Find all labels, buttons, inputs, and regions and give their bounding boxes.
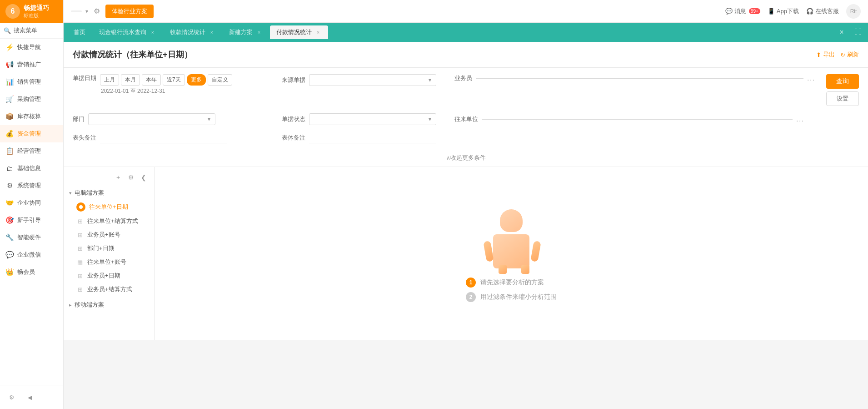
- sidebar-item-quick-nav[interactable]: ⚡ 快捷导航: [0, 39, 63, 56]
- robot-illustration: [475, 205, 548, 268]
- sidebar-item-member[interactable]: 👑 畅会员: [0, 263, 63, 281]
- scheme-item-agent-date[interactable]: ⊞ 业务员+日期: [64, 269, 154, 283]
- panel-settings-btn[interactable]: ⚙: [126, 172, 136, 182]
- doc-status-dropdown-icon: ▾: [429, 116, 431, 122]
- tab-new-scheme[interactable]: 新建方案 ×: [223, 25, 269, 39]
- scheme-item-agent-account[interactable]: ⊞ 业务员+账号: [64, 228, 154, 242]
- service-icon: 🎧: [806, 8, 813, 15]
- agent-input-area[interactable]: [476, 78, 803, 79]
- sidebar-item-smart-hw[interactable]: 🔧 智能硬件: [0, 229, 63, 246]
- enterprise-icon: 🤝: [5, 199, 14, 207]
- empty-hints: 1 请先选择要分析的方案 2 用过滤条件来缩小分析范围: [466, 278, 557, 302]
- trial-btn[interactable]: 体验行业方案: [105, 5, 154, 18]
- desktop-group-header[interactable]: ▾ 电脑端方案: [64, 186, 154, 200]
- topbar-gear-icon[interactable]: ⚙: [94, 7, 100, 15]
- partner-input-area[interactable]: [482, 119, 793, 120]
- sidebar-item-corp-wechat[interactable]: 💬 企业微信: [0, 246, 63, 263]
- sidebar-item-enterprise[interactable]: 🤝 企业协同: [0, 194, 63, 212]
- head-note-input[interactable]: [100, 132, 227, 143]
- source-select[interactable]: ▾: [309, 74, 436, 86]
- sidebar-item-label: 新手引导: [17, 216, 41, 224]
- head-note-label: 表头备注: [73, 134, 96, 142]
- date-btn-this-month[interactable]: 本月: [121, 74, 140, 86]
- sidebar-item-purchase[interactable]: 🛒 采购管理: [0, 91, 63, 108]
- refresh-btn[interactable]: ↻ 刷新: [840, 50, 859, 59]
- date-btn-last-month[interactable]: 上月: [100, 74, 119, 86]
- sidebar-item-inventory[interactable]: 📦 库存核算: [0, 108, 63, 125]
- scheme-item-partner-settle[interactable]: ⊞ 往来单位+结算方式: [64, 214, 154, 228]
- desktop-scheme-group: ▾ 电脑端方案 往来单位+日期 ⊞: [64, 186, 154, 296]
- partner-filter-block: 往来单位 ...: [454, 115, 804, 123]
- dept-select[interactable]: ▾: [88, 113, 215, 125]
- tab-new-scheme-close[interactable]: ×: [255, 29, 263, 36]
- body-note-input[interactable]: [309, 132, 436, 143]
- user-avatar[interactable]: Rit: [846, 4, 861, 19]
- empty-state-area: 1 请先选择要分析的方案 2 用过滤条件来缩小分析范围: [155, 167, 868, 340]
- customer-service-btn[interactable]: 🎧 在线客服: [806, 7, 839, 15]
- scheme-bar-icon: ▦: [76, 258, 84, 266]
- sidebar-item-system[interactable]: ⚙ 系统管理: [0, 177, 63, 194]
- tab-payment-stats-close[interactable]: ×: [208, 29, 215, 36]
- date-btn-7days[interactable]: 近7天: [163, 74, 185, 86]
- agent-dots-btn[interactable]: ...: [807, 75, 815, 82]
- tab-window-close-btn[interactable]: ×: [835, 26, 848, 39]
- partner-dots-btn[interactable]: ...: [796, 116, 804, 123]
- tab-bank-flow-close[interactable]: ×: [149, 29, 156, 36]
- sidebar-item-marketing[interactable]: 📢 营销推广: [0, 56, 63, 73]
- search-menu[interactable]: 🔍 搜索菜单: [0, 23, 63, 39]
- page-title: 付款情况统计（往来单位+日期）: [73, 49, 192, 60]
- date-btn-custom[interactable]: 自定义: [208, 74, 232, 86]
- panel-collapse-btn[interactable]: ❮: [139, 172, 149, 182]
- sidebar-item-operation[interactable]: 📋 经营管理: [0, 142, 63, 160]
- tab-window-max-btn[interactable]: ⛶: [852, 26, 864, 39]
- member-icon: 👑: [5, 268, 14, 276]
- doc-status-label: 单据状态: [282, 115, 305, 123]
- scheme-item-agent-settle[interactable]: ⊞ 业务员+结算方式: [64, 283, 154, 296]
- panel-add-btn[interactable]: +: [113, 172, 123, 182]
- hint-num-1: 1: [466, 278, 476, 288]
- mobile-group-label: 移动端方案: [75, 301, 104, 309]
- smart-hw-icon: 🔧: [5, 233, 14, 242]
- tab-payment-detail[interactable]: 付款情况统计 ×: [270, 25, 328, 39]
- sidebar-item-sales[interactable]: 📊 销售管理: [0, 73, 63, 91]
- sidebar-item-label: 销售管理: [17, 78, 41, 86]
- scheme-item-partner-date[interactable]: 往来单位+日期: [64, 200, 154, 214]
- sidebar-item-newbie[interactable]: 🎯 新手引导: [0, 212, 63, 229]
- basic-icon: 🗂: [5, 164, 14, 172]
- scheme-active-dot: [76, 202, 85, 212]
- finance-icon: 💰: [5, 130, 14, 138]
- export-icon: ⬆: [816, 51, 821, 58]
- sidebar-item-finance[interactable]: 💰 资金管理: [0, 125, 63, 142]
- desktop-group-label: 电脑端方案: [75, 189, 104, 197]
- agent-filter-block: 业务员 ...: [454, 74, 815, 82]
- sidebar-item-label: 快捷导航: [17, 43, 41, 51]
- user-dropdown-icon[interactable]: [85, 8, 88, 15]
- export-label: 导出: [823, 50, 835, 59]
- notification-badge: 99+: [749, 8, 760, 14]
- export-btn[interactable]: ⬆ 导出: [816, 50, 835, 59]
- collapse-btn[interactable]: ∧ 收起更多条件: [64, 149, 868, 167]
- date-btn-more[interactable]: 更多: [187, 74, 206, 86]
- sidebar-settings-btn[interactable]: ⚙: [5, 390, 19, 404]
- tab-payment-detail-close[interactable]: ×: [314, 29, 322, 36]
- scheme-item-dept-date[interactable]: ⊞ 部门+日期: [64, 242, 154, 255]
- logo-sub: 标准版: [24, 12, 49, 19]
- notification-btn[interactable]: 💬 消息 99+: [725, 7, 760, 15]
- settings-btn[interactable]: 设置: [826, 91, 859, 106]
- tab-payment-stats[interactable]: 收款情况统计 ×: [164, 25, 222, 39]
- sidebar-item-label: 经营管理: [17, 147, 41, 155]
- sidebar-collapse-btn[interactable]: ◀: [23, 390, 37, 404]
- date-btn-this-year[interactable]: 本年: [142, 74, 161, 86]
- newbie-icon: 🎯: [5, 216, 14, 224]
- mobile-group-header[interactable]: ▸ 移动端方案: [64, 298, 154, 312]
- scheme-table-icon-5: ⊞: [76, 286, 84, 293]
- query-btn[interactable]: 查询: [826, 74, 859, 89]
- sidebar-item-basic[interactable]: 🗂 基础信息: [0, 160, 63, 177]
- app-download-btn[interactable]: 📱 App下载: [768, 7, 799, 15]
- tab-bank-flow[interactable]: 现金银行流水查询 ×: [93, 25, 163, 39]
- sidebar-item-label: 智能硬件: [17, 233, 41, 242]
- scheme-item-partner-account[interactable]: ▦ 往来单位+账号: [64, 255, 154, 269]
- tab-home[interactable]: 首页: [67, 25, 92, 39]
- doc-status-select[interactable]: ▾: [309, 113, 436, 125]
- head-note-block: 表头备注: [73, 132, 282, 143]
